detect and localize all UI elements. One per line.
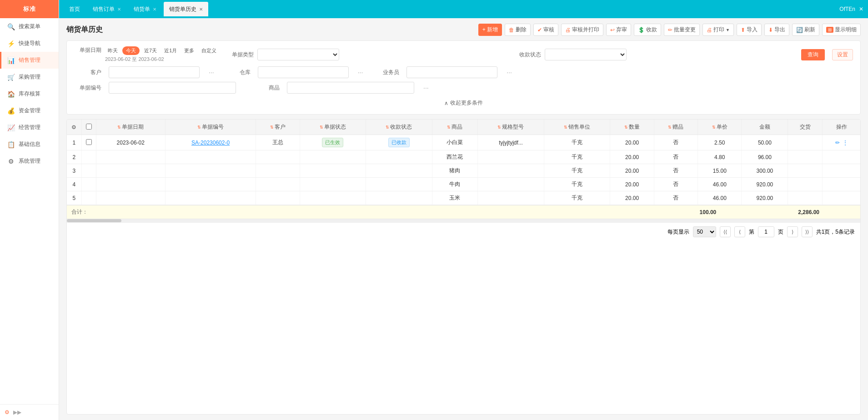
first-page-btn[interactable]: ⟨⟨: [720, 226, 731, 237]
col-price[interactable]: ⇅单价: [698, 120, 742, 135]
cell-action[interactable]: [823, 191, 860, 205]
customer-input[interactable]: [109, 66, 200, 78]
horizontal-scrollbar[interactable]: [67, 219, 860, 222]
audit-icon: ✔: [537, 27, 542, 33]
tab-home[interactable]: 首页: [64, 2, 85, 16]
cell-checkbox[interactable]: [81, 150, 96, 164]
last-page-btn[interactable]: ⟩⟩: [802, 226, 813, 237]
tab-close-sales-history[interactable]: ✕: [199, 7, 203, 12]
doc-type-select[interactable]: [257, 49, 339, 60]
doc-no-input[interactable]: [109, 82, 236, 94]
settings-button[interactable]: 设置: [832, 49, 853, 60]
cell-checkbox[interactable]: [81, 178, 96, 191]
collect-status-select[interactable]: [545, 49, 627, 60]
col-amount[interactable]: 金额: [742, 120, 788, 135]
col-collect-status[interactable]: ⇅收款状态: [366, 120, 432, 135]
salesman-label: 业务员: [372, 69, 399, 76]
collect-button[interactable]: 💲 收款: [634, 24, 661, 36]
customer-ellipsis-btn[interactable]: ···: [207, 69, 216, 76]
col-gift[interactable]: ⇅赠品: [654, 120, 697, 135]
tab-close-sales-goods[interactable]: ✕: [153, 7, 156, 12]
col-spec[interactable]: ⇅规格型号: [478, 120, 544, 135]
date-tab-today[interactable]: 今天: [122, 46, 140, 55]
filter-collapse-btn[interactable]: ∧ 收起更多条件: [74, 97, 853, 109]
col-date[interactable]: ⇅单据日期: [96, 120, 166, 135]
sidebar-item-purchase-mgmt[interactable]: 🛒 采购管理: [0, 69, 59, 85]
refresh-button[interactable]: 🔄 刷新: [792, 24, 819, 36]
col-goods[interactable]: ⇅商品: [432, 120, 477, 135]
cell-action[interactable]: [823, 164, 860, 178]
cell-checkbox[interactable]: [81, 135, 96, 150]
tab-close-sales-order[interactable]: ✕: [117, 7, 121, 12]
salesman-ellipsis-btn[interactable]: ···: [505, 69, 514, 76]
row-checkbox[interactable]: [86, 139, 92, 145]
date-tab-7days[interactable]: 近7天: [141, 46, 160, 55]
salesman-input[interactable]: [406, 66, 497, 78]
warehouse-input[interactable]: [258, 66, 349, 78]
import-button[interactable]: ⬆ 导入: [737, 24, 762, 36]
sidebar-item-sales-mgmt[interactable]: 📊 销售管理: [0, 52, 59, 69]
goods-input[interactable]: [287, 82, 414, 94]
col-settings[interactable]: ⚙: [67, 120, 81, 135]
prev-page-btn[interactable]: ⟨: [734, 226, 745, 237]
tab-sales-goods[interactable]: 销货单 ✕: [128, 2, 162, 16]
sidebar-item-operations-mgmt[interactable]: 📈 经营管理: [0, 119, 59, 136]
query-button[interactable]: 查询: [801, 49, 825, 60]
date-tab-more[interactable]: 更多: [181, 46, 197, 55]
export-button[interactable]: ⬇ 导出: [764, 24, 789, 36]
date-tab-yesterday[interactable]: 昨天: [105, 46, 120, 55]
cell-num: 3: [67, 164, 81, 178]
delete-button[interactable]: 🗑 删除: [505, 24, 531, 36]
batch-change-button[interactable]: ✏ 批量变更: [664, 24, 700, 36]
cell-amount: 50.00: [742, 135, 788, 150]
sidebar-item-inventory-calc[interactable]: 🏠 库存核算: [0, 85, 59, 102]
sidebar-item-search-menu[interactable]: 🔍 搜索菜单: [0, 18, 59, 35]
cell-goods: 牛肉: [432, 178, 477, 191]
cell-checkbox[interactable]: [81, 164, 96, 178]
col-customer[interactable]: ⇅客户: [256, 120, 300, 135]
table-container: ⚙ ⇅单据日期 ⇅单据编号 ⇅客户 ⇅单据状态 ⇅收款状态 ⇅商品 ⇅规格型号 …: [66, 119, 861, 415]
next-page-btn[interactable]: ⟩: [787, 226, 798, 237]
warehouse-ellipsis-btn[interactable]: ···: [356, 69, 365, 76]
scrollbar-thumb[interactable]: [67, 219, 121, 222]
cell-action[interactable]: [823, 178, 860, 191]
date-tab-custom[interactable]: 自定义: [199, 46, 219, 55]
cell-doc-no[interactable]: [166, 164, 256, 178]
audit-button[interactable]: ✔ 审核: [533, 24, 558, 36]
print-button[interactable]: 🖨 打印 ▼: [702, 24, 734, 36]
select-all-checkbox[interactable]: [86, 124, 92, 130]
sidebar-item-quick-nav[interactable]: ⚡ 快捷导航: [0, 35, 59, 52]
topnav-close-icon[interactable]: ✕: [859, 6, 863, 12]
cell-action[interactable]: [823, 150, 860, 164]
sidebar-item-basic-info[interactable]: 📋 基础信息: [0, 136, 59, 153]
col-delivery[interactable]: 交货: [788, 120, 823, 135]
col-unit[interactable]: ⇅销售单位: [544, 120, 610, 135]
sidebar-item-system-mgmt[interactable]: ⚙ 系统管理: [0, 153, 59, 170]
new-button[interactable]: + 新增: [478, 24, 502, 36]
cell-doc-no[interactable]: SA-20230602-0: [166, 135, 256, 150]
tab-sales-order[interactable]: 销售订单 ✕: [87, 2, 126, 16]
tab-sales-history[interactable]: 销货单历史 ✕: [164, 2, 208, 16]
date-range-group: 昨天 今天 近7天 近1月 更多 自定义 2023-06-02 至 2023-0…: [105, 46, 219, 63]
cell-action[interactable]: ✏⋮: [823, 135, 860, 150]
display-details-button[interactable]: ⊞ 显示明细: [822, 24, 861, 36]
cell-gift: 否: [654, 135, 697, 150]
cell-doc-no[interactable]: [166, 150, 256, 164]
page-size-select[interactable]: 50 20 100: [693, 226, 716, 237]
col-checkbox[interactable]: [81, 120, 96, 135]
cell-doc-no[interactable]: [166, 191, 256, 205]
audit-print-button[interactable]: 🖨 审核并打印: [561, 24, 603, 36]
sidebar-item-finance-mgmt[interactable]: 💰 资金管理: [0, 102, 59, 119]
col-qty[interactable]: ⇅数量: [610, 120, 654, 135]
sidebar-bottom-icon2[interactable]: ▶▶: [13, 409, 21, 415]
sidebar-item-label: 快捷导航: [19, 40, 40, 47]
cell-checkbox[interactable]: [81, 191, 96, 205]
cell-doc-no[interactable]: [166, 178, 256, 191]
col-doc-no[interactable]: ⇅单据编号: [166, 120, 256, 135]
page-number-input[interactable]: [758, 226, 774, 237]
abandon-button[interactable]: ↩ 弃审: [606, 24, 631, 36]
goods-ellipsis-btn[interactable]: ···: [421, 84, 431, 91]
col-doc-status[interactable]: ⇅单据状态: [300, 120, 366, 135]
sidebar-bottom-icon1[interactable]: ⚙: [5, 409, 10, 415]
date-tab-1month[interactable]: 近1月: [161, 46, 180, 55]
